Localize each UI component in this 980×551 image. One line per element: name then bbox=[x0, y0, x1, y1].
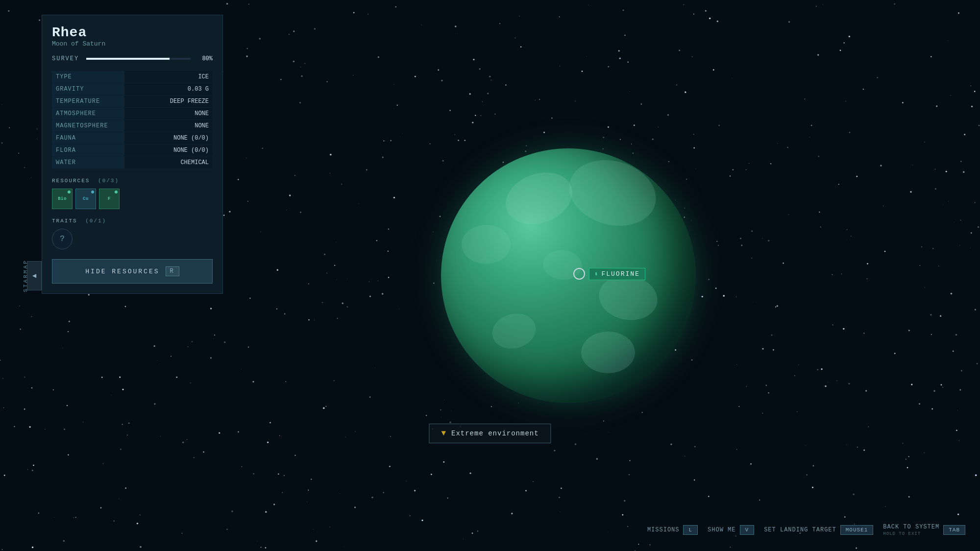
back-to-system-stacked: BACK TO SYSTEM HOLD TO EXIT bbox=[883, 524, 939, 536]
resources-count: (0/3) bbox=[98, 178, 119, 184]
stat-value: ICE bbox=[124, 71, 213, 83]
hide-resources-key: R bbox=[166, 266, 179, 276]
table-row: FAUNANONE (0/0) bbox=[52, 132, 213, 144]
stat-label: TYPE bbox=[52, 71, 124, 83]
resource-dot bbox=[91, 191, 94, 193]
back-key[interactable]: TAB bbox=[943, 525, 965, 535]
stat-label: FAUNA bbox=[52, 132, 124, 144]
resource-badge-bio[interactable]: Bio bbox=[52, 189, 73, 209]
bottom-toolbar: MISSIONS L SHOW ME V SET LANDING TARGET … bbox=[647, 524, 965, 536]
table-row: TYPEICE bbox=[52, 71, 213, 83]
stat-label: TEMPERATURE bbox=[52, 96, 124, 108]
resources-label: RESOURCES bbox=[52, 178, 90, 184]
table-row: GRAVITY0.03 G bbox=[52, 83, 213, 96]
extreme-warning-text: Extreme environment bbox=[451, 430, 539, 437]
fluorine-marker bbox=[573, 268, 585, 280]
stat-label: FLORA bbox=[52, 144, 124, 157]
planet-subtitle: Moon of Saturn bbox=[52, 40, 213, 48]
resource-dot bbox=[115, 191, 118, 193]
toolbar-back-to-system: BACK TO SYSTEM HOLD TO EXIT TAB bbox=[883, 524, 965, 536]
resource-symbol: Cu bbox=[83, 196, 89, 201]
missions-key[interactable]: L bbox=[683, 525, 698, 535]
toolbar-landing-target: SET LANDING TARGET MOUSE1 bbox=[764, 525, 873, 535]
missions-label: MISSIONS bbox=[647, 527, 680, 533]
toolbar-show-me: SHOW ME V bbox=[708, 525, 754, 535]
stat-label: MAGNETOSPHERE bbox=[52, 120, 124, 132]
planet-sphere bbox=[441, 148, 696, 403]
planet-container: FLUORINE bbox=[441, 148, 696, 403]
resource-badge-cu[interactable]: Cu bbox=[75, 189, 96, 209]
stats-table: TYPEICEGRAVITY0.03 GTEMPERATUREDEEP FREE… bbox=[52, 71, 213, 169]
stat-value: NONE (0/0) bbox=[124, 144, 213, 157]
warning-icon: ▼ bbox=[441, 429, 446, 438]
survey-container: SURVEY 80% bbox=[52, 55, 213, 62]
survey-percentage: 80% bbox=[196, 55, 213, 62]
fluorine-tooltip: FLUORINE bbox=[573, 268, 645, 280]
back-sub-label: HOLD TO EXIT bbox=[883, 531, 921, 536]
resource-symbol: F bbox=[108, 196, 111, 201]
landing-key[interactable]: MOUSE1 bbox=[840, 525, 874, 535]
stat-value: CHEMICAL bbox=[124, 157, 213, 169]
extreme-warning-banner: ▼ Extreme environment bbox=[429, 424, 551, 443]
toolbar-missions: MISSIONS L bbox=[647, 525, 698, 535]
traits-section: TRAITS (0/1) ? bbox=[52, 218, 213, 249]
stat-value: 0.03 G bbox=[124, 83, 213, 96]
traits-label: TRAITS bbox=[52, 218, 77, 224]
survey-bar-background bbox=[86, 58, 191, 60]
planet-name: Rhea bbox=[52, 25, 213, 40]
collapse-panel-button[interactable]: ◀ bbox=[27, 261, 42, 290]
table-row: FLORANONE (0/0) bbox=[52, 144, 213, 157]
resources-grid: BioCuF bbox=[52, 189, 213, 209]
resource-badge-f[interactable]: F bbox=[99, 189, 120, 209]
table-row: WATERCHEMICAL bbox=[52, 157, 213, 169]
stat-label: GRAVITY bbox=[52, 83, 124, 96]
trait-unknown-icon: ? bbox=[60, 235, 65, 243]
info-panel: Rhea Moon of Saturn SURVEY 80% TYPEICEGR… bbox=[42, 15, 223, 294]
table-row: MAGNETOSPHERENONE bbox=[52, 120, 213, 132]
traits-header: TRAITS (0/1) bbox=[52, 218, 213, 224]
show-me-key[interactable]: V bbox=[740, 525, 755, 535]
hide-resources-label: HIDE RESOURCES bbox=[85, 268, 159, 275]
resource-symbol: Bio bbox=[58, 196, 67, 201]
resource-dot bbox=[68, 191, 71, 193]
survey-label: SURVEY bbox=[52, 55, 81, 62]
stat-label: ATMOSPHERE bbox=[52, 108, 124, 120]
hide-resources-button[interactable]: HIDE RESOURCES R bbox=[52, 259, 213, 284]
stat-value: NONE (0/0) bbox=[124, 132, 213, 144]
stat-label: WATER bbox=[52, 157, 124, 169]
fluorine-label: FLUORINE bbox=[589, 268, 645, 280]
stat-value: NONE bbox=[124, 108, 213, 120]
stat-value: NONE bbox=[124, 120, 213, 132]
survey-bar-fill bbox=[86, 58, 170, 60]
table-row: ATMOSPHERENONE bbox=[52, 108, 213, 120]
landing-label: SET LANDING TARGET bbox=[764, 527, 836, 533]
trait-unknown-button[interactable]: ? bbox=[52, 229, 73, 249]
show-me-label: SHOW ME bbox=[708, 527, 735, 533]
stat-value: DEEP FREEZE bbox=[124, 96, 213, 108]
traits-count: (0/1) bbox=[85, 218, 106, 224]
resources-header: RESOURCES (0/3) bbox=[52, 178, 213, 184]
table-row: TEMPERATUREDEEP FREEZE bbox=[52, 96, 213, 108]
back-label: BACK TO SYSTEM bbox=[883, 524, 939, 530]
